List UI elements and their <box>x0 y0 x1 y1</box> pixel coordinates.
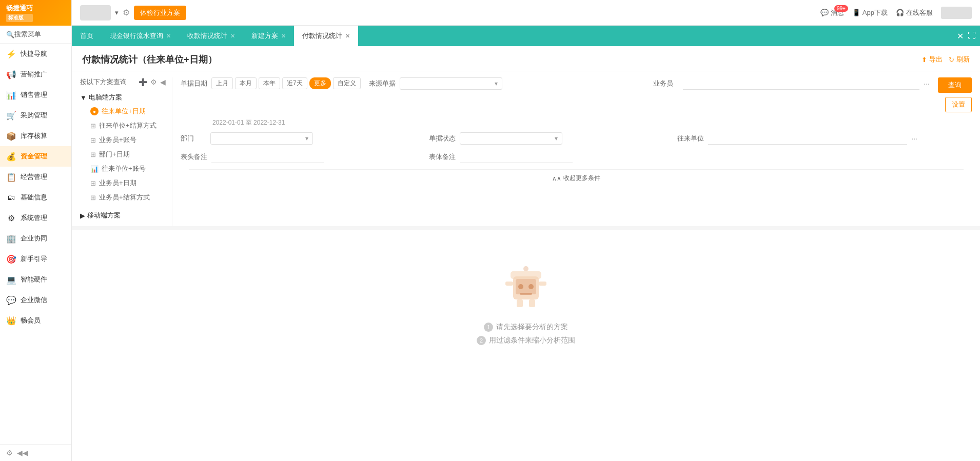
sidebar-item-marketing[interactable]: 📢 营销推广 <box>0 64 71 85</box>
header-note-filter-field: 表头备注 <box>181 151 421 163</box>
scheme-item-staff-account[interactable]: ⊞ 业务员+账号 <box>80 133 166 147</box>
scheme-item-partner-date[interactable]: ● 往来单位+日期 <box>80 104 166 118</box>
sidebar-item-enterprise[interactable]: 🏢 企业协同 <box>0 228 71 249</box>
member-icon: 👑 <box>6 315 16 326</box>
query-button[interactable]: 查询 <box>938 77 972 93</box>
sidebar-item-sales[interactable]: 📊 销售管理 <box>0 85 71 105</box>
partner-dots-icon[interactable]: ··· <box>911 134 917 143</box>
svg-rect-9 <box>511 271 541 279</box>
add-scheme-btn[interactable]: ➕ <box>139 78 147 86</box>
sidebar-item-wechat[interactable]: 💬 企业微信 <box>0 290 71 310</box>
body-note-input[interactable] <box>460 151 573 163</box>
scheme-item-dept-date[interactable]: ⊞ 部门+日期 <box>80 147 166 162</box>
scheme-item-label: 往来单位+结算方式 <box>99 121 156 130</box>
header-dropdown[interactable]: ▾ <box>115 9 119 16</box>
sidebar-item-guide[interactable]: 🎯 新手引导 <box>0 249 71 269</box>
sidebar-item-system[interactable]: ⚙ 系统管理 <box>0 208 71 228</box>
date-btn-7days[interactable]: 近7天 <box>282 77 307 89</box>
scheme-item-partner-settlement[interactable]: ⊞ 往来单位+结算方式 <box>80 118 166 133</box>
app-version: 标准版 <box>6 14 33 22</box>
collapse-bar[interactable]: ∧∧ 收起更多条件 <box>189 169 964 187</box>
source-select[interactable]: ▾ <box>400 77 502 90</box>
tab-new-scheme-close[interactable]: ✕ <box>281 33 286 39</box>
dept-select[interactable]: ▾ <box>210 132 313 145</box>
sidebar-item-member[interactable]: 👑 畅会员 <box>0 310 71 331</box>
system-icon: ⚙ <box>6 213 16 223</box>
scheme-group-mobile-header[interactable]: ▶ 移动端方案 <box>80 209 166 222</box>
sidebar-item-label: 经营管理 <box>21 172 47 182</box>
tab-payment[interactable]: 付款情况统计 ✕ <box>294 26 358 46</box>
sidebar-item-quick-nav[interactable]: ⚡ 快捷导航 <box>0 44 71 64</box>
scheme-item-staff-date[interactable]: ⊞ 业务员+日期 <box>80 176 166 190</box>
date-buttons: 上月 本月 本年 近7天 更多 自定义 <box>211 77 361 89</box>
date-btn-more[interactable]: 更多 <box>309 77 331 89</box>
sidebar-item-finance[interactable]: 💰 资金管理 <box>0 146 71 167</box>
tab-bank-close[interactable]: ✕ <box>166 33 171 39</box>
staff-input[interactable] <box>683 77 919 90</box>
header-gear-icon[interactable]: ⚙ <box>123 8 130 17</box>
search-menu-item[interactable]: 🔍 搜索菜单 <box>0 26 71 44</box>
scheme-group-pc-header[interactable]: ▼ 电脑端方案 <box>80 91 166 104</box>
export-button[interactable]: ⬆ 导出 <box>922 55 943 64</box>
svg-rect-6 <box>539 282 546 286</box>
sidebar-item-label: 新手引导 <box>21 254 47 264</box>
scheme-active-icon: ● <box>90 107 99 115</box>
svg-rect-4 <box>520 293 532 295</box>
doc-status-select[interactable]: ▾ <box>460 132 562 145</box>
experience-btn[interactable]: 体验行业方案 <box>134 6 186 20</box>
filter-main: 单据日期 上月 本月 本年 近7天 更多 自定义 来源单据 <box>172 77 972 226</box>
collapse-sidebar-icon[interactable]: ◀◀ <box>17 449 28 457</box>
online-service-label: 在线客服 <box>906 8 933 17</box>
tab-payment-close[interactable]: ✕ <box>345 33 350 39</box>
refresh-button[interactable]: ↻ 刷新 <box>949 55 970 64</box>
settings-footer-icon[interactable]: ⚙ <box>6 449 13 457</box>
scheme-item-partner-account[interactable]: 📊 往来单位+账号 <box>80 162 166 176</box>
scheme-settings-btn[interactable]: ⚙ <box>150 78 157 86</box>
sidebar-header: 畅捷通巧 标准版 <box>0 0 71 26</box>
date-label: 单据日期 <box>181 79 207 88</box>
scheme-item-staff-settlement[interactable]: ⊞ 业务员+结算方式 <box>80 190 166 205</box>
date-range-text: 2022-01-01 至 2022-12-31 <box>212 119 285 126</box>
tab-bank-label: 现金银行流水查询 <box>110 31 163 41</box>
notification-item[interactable]: 💬 消息 99+ <box>820 8 844 17</box>
app-download-item[interactable]: 📱 App下载 <box>852 8 888 17</box>
online-service-icon: 🎧 <box>896 9 904 16</box>
source-filter-field: 来源单据 ▾ <box>369 77 645 90</box>
date-btn-this-month[interactable]: 本月 <box>235 77 257 89</box>
sidebar-item-hardware[interactable]: 💻 智能硬件 <box>0 269 71 290</box>
tab-new-scheme[interactable]: 新建方案 ✕ <box>243 26 294 46</box>
sidebar-item-inventory[interactable]: 📦 库存核算 <box>0 126 71 146</box>
partner-input[interactable] <box>708 132 907 145</box>
sidebar-item-label: 智能硬件 <box>21 275 47 284</box>
tab-receipt-close[interactable]: ✕ <box>230 33 235 39</box>
date-btn-last-month[interactable]: 上月 <box>211 77 233 89</box>
sidebar-item-label: 基础信息 <box>21 193 47 202</box>
section-divider <box>72 226 980 230</box>
tab-fullscreen-icon[interactable]: ⛶ <box>968 31 976 41</box>
collapse-scheme-btn[interactable]: ◀ <box>160 78 166 86</box>
sidebar-item-purchase[interactable]: 🛒 采购管理 <box>0 105 71 126</box>
header-note-input[interactable] <box>211 151 324 163</box>
header-logo-area: ▾ ⚙ 体验行业方案 <box>80 5 816 21</box>
sidebar-item-operations[interactable]: 📋 经营管理 <box>0 167 71 187</box>
date-btn-custom[interactable]: 自定义 <box>333 77 361 89</box>
user-profile-avatar[interactable] <box>941 7 972 19</box>
filter-settings-button[interactable]: 设置 <box>945 97 972 112</box>
tab-home[interactable]: 首页 <box>72 26 102 46</box>
scheme-table-icon: ⊞ <box>90 122 96 130</box>
tab-receipt[interactable]: 收款情况统计 ✕ <box>179 26 243 46</box>
collapse-label: 收起更多条件 <box>563 174 600 183</box>
staff-dots-icon[interactable]: ··· <box>924 79 930 88</box>
sidebar-item-basic[interactable]: 🗂 基础信息 <box>0 187 71 208</box>
page-content: 付款情况统计（往来单位+日期） ⬆ 导出 ↻ 刷新 按以下方案查询 ➕ <box>72 46 980 461</box>
sidebar-item-label: 销售管理 <box>21 90 47 99</box>
app-name: 畅捷通巧 <box>6 4 33 13</box>
app-download-label: App下载 <box>863 8 888 17</box>
tab-bank[interactable]: 现金银行流水查询 ✕ <box>102 26 179 46</box>
scheme-table-icon: ⊞ <box>90 151 96 158</box>
online-service-item[interactable]: 🎧 在线客服 <box>896 8 933 17</box>
date-btn-this-year[interactable]: 本年 <box>259 77 280 89</box>
tab-close-all-icon[interactable]: ✕ <box>957 31 964 41</box>
page-header: 付款情况统计（往来单位+日期） ⬆ 导出 ↻ 刷新 <box>72 46 980 71</box>
quick-nav-icon: ⚡ <box>6 49 16 59</box>
